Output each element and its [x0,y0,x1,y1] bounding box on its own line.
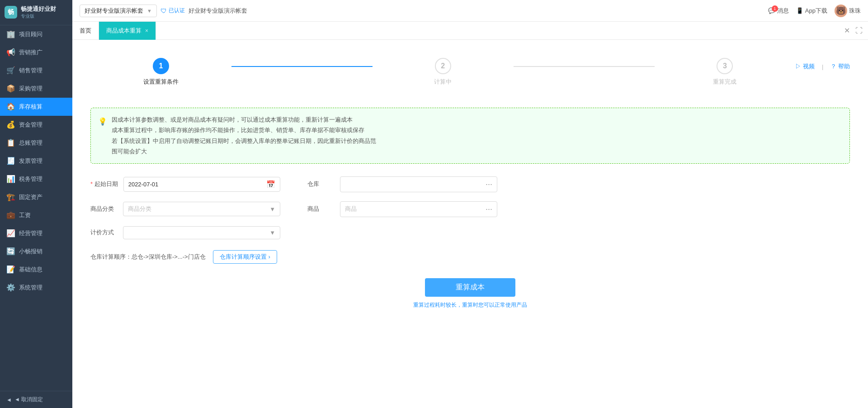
calc-order-btn-label: 仓库计算顺序设置 [220,253,267,261]
phone-icon: 📱 [796,7,803,14]
form-grid: 起始日期 2022-07-01 📅 仓库 ··· 商品分类 商品分类 [90,176,497,239]
shield-icon: 🛡 [160,7,167,14]
message-icon-wrapper: 💬 1 [768,7,775,14]
video-label: 视频 [803,63,815,70]
salary-label: 工资 [19,211,31,219]
topbar-right: 💬 1 消息 📱 App下载 🐻 珠珠 [768,5,861,17]
recalc-button[interactable]: 重算成本 [425,278,515,297]
step-line-1 [231,66,373,67]
management-icon: 📈 [6,229,15,238]
product-more-icon[interactable]: ··· [486,204,492,214]
tax-icon: 📊 [6,175,15,184]
sidebar-item-marketing[interactable]: 📢 营销推广 [0,43,72,62]
assets-icon: 🏗️ [6,193,15,202]
help-link[interactable]: ？ 帮助 [830,62,850,71]
tab-cost-recalc[interactable]: 商品成本重算 × [99,22,156,40]
system-label: 系统管理 [19,284,42,292]
step-3-circle: 3 [717,58,733,74]
expense-label: 小畅报销 [19,247,42,256]
category-label: 商品分类 [90,205,118,213]
recalc-section: 重算成本 重算过程耗时较长，重算时您可以正常使用产品 [90,278,850,309]
warehouse-input[interactable]: ··· [340,176,497,192]
salary-icon: 💼 [6,211,15,220]
product-label: 商品 [307,205,335,213]
calendar-icon: 📅 [266,180,275,189]
step-2-number: 2 [441,62,445,70]
product-placeholder: 商品 [345,205,357,213]
sidebar-item-invoice[interactable]: 🧾 发票管理 [0,152,72,170]
step-1-label: 设置重算条件 [143,78,179,86]
sidebar-nav: 🏢 项目顾问 📢 营销推广 🛒 销售管理 📦 采购管理 🏠 库存核算 💰 资金管… [0,25,72,391]
sidebar-item-finance[interactable]: 💰 资金管理 [0,116,72,134]
info-line-1: 因成本计算参数调整、或是对商品成本有疑问时，可以通过成本重算功能，重新计算一遍成… [112,114,376,125]
sidebar: 畅 畅捷通好业财 专业版 🏢 项目顾问 📢 营销推广 🛒 销售管理 📦 采购管理… [0,0,72,408]
expand-icon[interactable]: ⛶ [855,27,863,35]
calc-order-settings-button[interactable]: 仓库计算顺序设置 › [213,250,277,264]
marketing-label: 营销推广 [19,48,42,57]
step-line-2 [514,66,655,67]
message-action[interactable]: 💬 1 消息 [768,7,789,15]
step-3: 3 重算完成 [655,58,796,86]
chevron-down-icon: ▼ [147,8,152,14]
system-icon: ⚙️ [6,283,15,292]
accounting-icon: 📋 [6,138,15,147]
sidebar-logo: 畅 畅捷通好业财 专业版 [0,0,72,25]
app-download-label: App下载 [805,7,827,15]
basic-icon: 📝 [6,265,15,274]
sidebar-item-basic[interactable]: 📝 基础信息 [0,261,72,279]
cancel-fixed-icon: ◄ [6,397,12,403]
inventory-icon: 🏠 [6,102,15,111]
step-3-label: 重算完成 [713,78,736,86]
cancel-fixed-button[interactable]: ◄ ◄ 取消固定 [0,391,72,408]
product-row: 商品 商品 ··· [307,201,497,217]
main-content: 好业财专业版演示帐套 ▼ 🛡 已认证 好业财专业版演示帐套 💬 1 消息 📱 A… [72,0,868,408]
sidebar-item-expense[interactable]: 🔄 小畅报销 [0,242,72,261]
sidebar-item-purchase[interactable]: 📦 采购管理 [0,80,72,98]
tab-cost-recalc-label: 商品成本重算 [106,27,142,35]
sidebar-item-sales[interactable]: 🛒 销售管理 [0,62,72,80]
category-select[interactable]: 商品分类 ▼ [123,202,280,216]
topbar-left: 好业财专业版演示帐套 ▼ 🛡 已认证 好业财专业版演示帐套 [80,5,247,17]
sidebar-item-management[interactable]: 📈 经营管理 [0,224,72,242]
close-tab-icon[interactable]: × [145,28,148,34]
finance-label: 资金管理 [19,121,42,129]
basic-label: 基础信息 [19,266,42,274]
sidebar-item-salary[interactable]: 💼 工资 [0,206,72,224]
info-text: 因成本计算参数调整、或是对商品成本有疑问时，可以通过成本重算功能，重新计算一遍成… [112,114,376,157]
app-download-action[interactable]: 📱 App下载 [796,7,827,15]
finance-icon: 💰 [6,120,15,129]
close-window-icon[interactable]: ✕ [844,26,850,35]
sidebar-item-accounting[interactable]: 📋 总账管理 [0,134,72,152]
expense-icon: 🔄 [6,247,15,256]
user-profile[interactable]: 🐻 珠珠 [835,5,861,17]
calc-order-label: 仓库计算顺序：总仓->深圳仓库->...->门店仓 [90,253,206,261]
sidebar-item-project[interactable]: 🏢 项目顾问 [0,25,72,43]
play-icon: ▷ [795,63,801,70]
calc-order-row: 仓库计算顺序：总仓->深圳仓库->...->门店仓 仓库计算顺序设置 › [90,250,850,264]
info-line-4: 围可能会扩大 [112,146,376,157]
pricing-select[interactable]: ▼ [123,226,280,239]
start-date-input[interactable]: 2022-07-01 📅 [123,177,280,192]
sales-label: 销售管理 [19,66,42,75]
accounting-label: 总账管理 [19,139,42,147]
warehouse-row: 仓库 ··· [307,176,497,192]
step-1: 1 设置重算条件 [90,58,231,86]
account-select-text: 好业财专业版演示帐套 [85,7,143,15]
tab-home[interactable]: 首页 [72,22,99,40]
logo-icon: 畅 [5,6,17,19]
sidebar-item-assets[interactable]: 🏗️ 固定资产 [0,188,72,206]
account-select[interactable]: 好业财专业版演示帐套 ▼ [80,5,157,17]
sidebar-item-inventory[interactable]: 🏠 库存核算 [0,98,72,116]
sidebar-item-tax[interactable]: 📊 税务管理 [0,170,72,188]
verified-badge: 🛡 已认证 [160,7,185,14]
marketing-icon: 📢 [6,48,15,57]
start-date-row: 起始日期 2022-07-01 📅 [90,176,280,192]
more-icon[interactable]: ··· [486,180,492,189]
product-input[interactable]: 商品 ··· [340,201,497,217]
video-help-link[interactable]: ▷ 视频 [795,62,815,71]
sales-icon: 🛒 [6,66,15,75]
pricing-row: 计价方式 ▼ [90,226,280,239]
sidebar-item-system[interactable]: ⚙️ 系统管理 [0,279,72,297]
tax-label: 税务管理 [19,175,42,183]
step-2: 2 计算中 [373,58,514,86]
